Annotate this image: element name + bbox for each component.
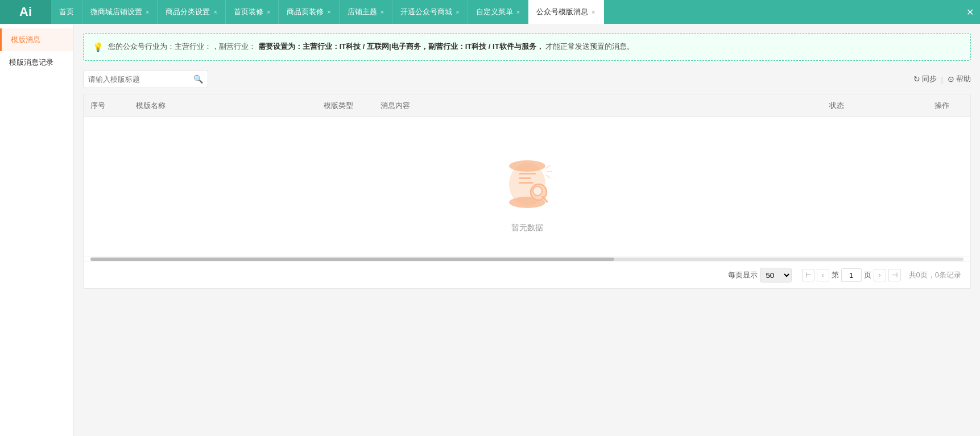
- table-header: 序号 模版名称 模版类型 消息内容 状态 操作: [84, 94, 970, 117]
- col-header-name: 模版名称: [129, 101, 317, 111]
- sync-icon: ↻: [913, 74, 920, 84]
- col-header-action: 操作: [913, 101, 970, 111]
- horizontal-scrollbar[interactable]: [84, 256, 970, 261]
- toolbar-right: ↻ 同步 | ⊙ 帮助: [913, 74, 971, 84]
- scrollbar-track: [90, 258, 964, 261]
- main-layout: 模版消息模版消息记录 💡 您的公众号行业为：主营行业：，副营行业： 需要设置为：…: [0, 24, 980, 436]
- col-header-seq: 序号: [84, 101, 129, 111]
- nav-tab-product-decor[interactable]: 商品页装修 ×: [279, 0, 339, 24]
- search-area: 🔍: [83, 70, 208, 88]
- help-button[interactable]: ⊙ 帮助: [948, 74, 971, 84]
- data-table: 序号 模版名称 模版类型 消息内容 状态 操作: [83, 94, 971, 289]
- first-page-button[interactable]: ⊢: [802, 269, 814, 281]
- col-header-type: 模版类型: [317, 101, 374, 111]
- nav-tab-template-msg[interactable]: 公众号模版消息 ×: [528, 0, 603, 24]
- close-tab-custom-menu[interactable]: ×: [516, 9, 520, 15]
- empty-illustration: [496, 151, 559, 214]
- toolbar-divider: |: [941, 75, 943, 84]
- nav-tab-custom-menu[interactable]: 自定义菜单 ×: [468, 0, 528, 24]
- page-label-pre: 第: [832, 270, 839, 280]
- svg-point-1: [509, 160, 545, 172]
- nav-tab-home[interactable]: 首页: [51, 0, 82, 24]
- svg-line-9: [546, 165, 550, 168]
- close-tab-open-mall[interactable]: ×: [456, 9, 459, 15]
- search-input[interactable]: [88, 75, 193, 84]
- help-icon: ⊙: [948, 74, 954, 84]
- page-label-post: 页: [864, 270, 871, 280]
- notice-text: 您的公众号行业为：主营行业：，副营行业： 需要设置为：主营行业：IT科技 / 互…: [108, 41, 634, 52]
- nav-tab-open-mall[interactable]: 开通公众号商城 ×: [392, 0, 468, 24]
- nav-tabs: 首页微商城店铺设置 ×商品分类设置 ×首页装修 ×商品页装修 ×店铺主题 ×开通…: [51, 0, 960, 24]
- empty-text: 暂无数据: [511, 223, 543, 233]
- search-icon[interactable]: 🔍: [193, 74, 203, 84]
- page-input-area: 第 页: [832, 268, 871, 282]
- close-tab-template-msg[interactable]: ×: [592, 9, 595, 15]
- sync-button[interactable]: ↻ 同步: [913, 74, 937, 84]
- toolbar-row: 🔍 ↻ 同步 | ⊙ 帮助: [83, 70, 971, 88]
- sidebar: 模版消息模版消息记录: [0, 24, 74, 436]
- nav-tab-theme[interactable]: 店铺主题 ×: [340, 0, 392, 24]
- svg-rect-4: [519, 177, 531, 179]
- total-info: 共0页，0条记录: [909, 270, 961, 280]
- main-content: 💡 您的公众号行业为：主营行业：，副营行业： 需要设置为：主营行业：IT科技 /…: [74, 24, 980, 436]
- per-page-select-input[interactable]: 50 20 100: [760, 268, 792, 283]
- nav-tab-shop-settings[interactable]: 微商城店铺设置 ×: [82, 0, 158, 24]
- brand-logo: Ai: [0, 0, 51, 24]
- page-input[interactable]: [841, 268, 862, 282]
- close-tab-home-decor[interactable]: ×: [267, 9, 270, 15]
- svg-line-11: [546, 175, 550, 178]
- per-page-label: 每页显示: [728, 270, 758, 280]
- svg-rect-5: [519, 182, 534, 184]
- notice-box: 💡 您的公众号行业为：主营行业：，副营行业： 需要设置为：主营行业：IT科技 /…: [83, 33, 971, 61]
- svg-rect-3: [519, 173, 536, 175]
- sidebar-item-template-log[interactable]: 模版消息记录: [0, 51, 73, 74]
- close-all-tabs-button[interactable]: ✕: [960, 0, 980, 24]
- close-tab-theme[interactable]: ×: [381, 9, 384, 15]
- col-header-content: 消息内容: [374, 101, 822, 111]
- svg-point-7: [533, 186, 542, 196]
- pagination: 每页显示 50 20 100 ⊢ ‹ 第 页 ›: [84, 261, 970, 288]
- pager: ⊢ ‹ 第 页 › ⊣: [802, 268, 901, 282]
- nav-tab-home-decor[interactable]: 首页装修 ×: [226, 0, 279, 24]
- notice-icon: 💡: [93, 42, 104, 52]
- close-tab-shop-settings[interactable]: ×: [146, 9, 149, 15]
- top-nav: Ai 首页微商城店铺设置 ×商品分类设置 ×首页装修 ×商品页装修 ×店铺主题 …: [0, 0, 980, 24]
- close-tab-product-decor[interactable]: ×: [327, 9, 330, 15]
- col-header-status: 状态: [822, 101, 913, 111]
- sidebar-item-template-msg[interactable]: 模版消息: [0, 28, 73, 51]
- per-page-selector: 每页显示 50 20 100: [728, 268, 792, 283]
- next-page-button[interactable]: ›: [874, 269, 886, 281]
- prev-page-button[interactable]: ‹: [817, 269, 829, 281]
- empty-state: 暂无数据: [84, 117, 970, 256]
- nav-tab-category[interactable]: 商品分类设置 ×: [158, 0, 225, 24]
- last-page-button[interactable]: ⊣: [888, 269, 901, 281]
- scrollbar-thumb: [90, 258, 614, 261]
- close-tab-category[interactable]: ×: [213, 9, 217, 15]
